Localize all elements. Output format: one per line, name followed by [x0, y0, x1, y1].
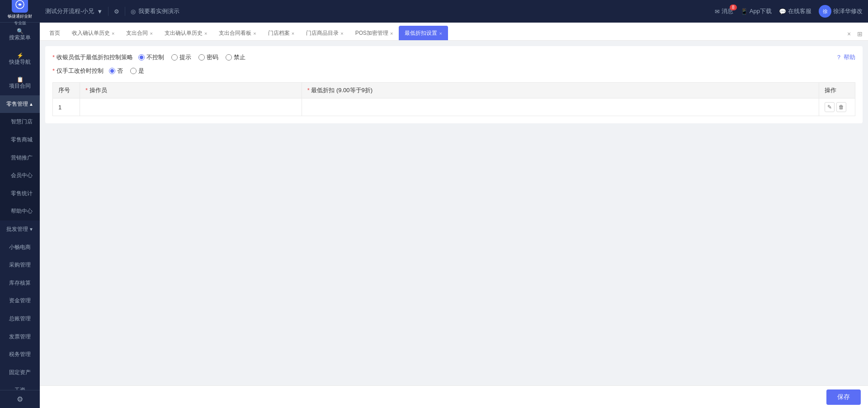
tab-close-icon[interactable]: × — [390, 31, 393, 36]
tab-income-history[interactable]: 收入确认单历史 × — [66, 26, 120, 40]
tab-close-icon[interactable]: × — [204, 31, 207, 36]
sidebar-item-label: 资金管理 — [9, 297, 31, 305]
tabbar-end: × ⊞ — [844, 29, 864, 40]
tab-label: 首页 — [49, 29, 60, 37]
sidebar-item-accounting[interactable]: 总账管理 — [0, 310, 40, 328]
tab-close-icon[interactable]: × — [253, 31, 256, 36]
tab-close-icon[interactable]: × — [150, 31, 152, 36]
sidebar-item-purchase[interactable]: 采购管理 — [0, 256, 40, 274]
radio-yes[interactable]: 是 — [130, 67, 144, 75]
service-icon: 💬 — [779, 8, 786, 15]
save-button[interactable]: 保存 — [826, 389, 861, 405]
cell-min-discount — [302, 98, 819, 116]
app-download-btn[interactable]: 📱 App下载 — [741, 7, 772, 15]
sidebar-item-help[interactable]: 帮助中心 — [0, 202, 40, 220]
sidebar-item-label: 搜索菜单 — [9, 34, 31, 42]
edit-row-btn[interactable]: ✎ — [825, 102, 835, 112]
sidebar-item-inventory[interactable]: 库存核算 — [0, 274, 40, 292]
sidebar-item-online-store[interactable]: 零售商城 — [0, 131, 40, 149]
sidebar-item-tax[interactable]: 税务管理 — [0, 346, 40, 364]
online-service-label: 在线客服 — [788, 7, 811, 15]
online-service-btn[interactable]: 💬 在线客服 — [779, 7, 811, 15]
form-section: 收银员低于最低折扣控制策略 不控制 提示 密码 — [52, 53, 855, 75]
sidebar-item-project[interactable]: 📋 项目合同 — [0, 71, 40, 95]
radio-no-control[interactable]: 不控制 — [138, 53, 164, 61]
tab-close-icon[interactable]: × — [340, 31, 343, 36]
sidebar-item-label: 营销推广 — [11, 155, 33, 162]
sidebar-item-capital[interactable]: 资金管理 — [0, 292, 40, 310]
expand-tabs-btn[interactable]: ⊞ — [855, 29, 864, 38]
sidebar-item-payroll[interactable]: 工资 — [0, 381, 40, 390]
tabbar: 首页 收入确认单历史 × 支出合同 × 支出确认单历史 × 支出合同看板 × 门… — [40, 23, 868, 41]
cashier-policy-label: 收银员低于最低折扣控制策略 — [52, 53, 133, 61]
sidebar-item-invoice[interactable]: 发票管理 — [0, 328, 40, 346]
radio-forbid[interactable]: 禁止 — [226, 53, 245, 61]
settings-btn[interactable]: ⚙ — [114, 8, 119, 15]
sidebar-item-marketing[interactable]: 营销推广 — [0, 149, 40, 167]
sidebar-item-shortcut[interactable]: ⚡ 快捷导航 — [0, 47, 40, 71]
discount-table: 序号 操作员 最低折扣 (9.00等于9折) 操作 1 — [52, 82, 855, 116]
demo-icon: ◎ — [131, 8, 136, 15]
sidebar-item-label: 发票管理 — [9, 333, 31, 341]
close-tab-btn[interactable]: × — [844, 29, 854, 38]
arrow-down-icon: ▼ — [29, 227, 33, 232]
radio-no[interactable]: 否 — [109, 67, 123, 75]
radio-input-no[interactable] — [109, 68, 115, 74]
sidebar-item-label: 智慧门店 — [11, 118, 33, 126]
radio-input-remind[interactable] — [171, 54, 178, 61]
tab-store-catalog[interactable]: 门店商品目录 × — [300, 26, 349, 40]
app-icon: 📱 — [741, 8, 748, 15]
sidebar-item-member[interactable]: 会员中心 — [0, 167, 40, 185]
user-profile[interactable]: 徐 徐泽华修改 — [819, 5, 863, 18]
radio-input-no-control[interactable] — [138, 54, 145, 61]
sidebar-item-fixed-assets[interactable]: 固定资产 — [0, 364, 40, 382]
tab-payment-board[interactable]: 支出合同看板 × — [213, 26, 262, 40]
sidebar-item-ecommerce[interactable]: 小畅电商 — [0, 239, 40, 257]
sidebar-item-retail[interactable]: 零售管理 ▲ — [0, 95, 40, 113]
radio-input-forbid[interactable] — [226, 54, 232, 61]
table-header: 序号 操作员 最低折扣 (9.00等于9折) 操作 — [53, 83, 855, 98]
radio-input-password[interactable] — [198, 54, 205, 61]
sidebar-item-search[interactable]: 🔍 搜索菜单 — [0, 23, 40, 47]
table-body: 1 ✎ 🗑 — [53, 98, 855, 116]
message-btn[interactable]: ✉ 消息 8 — [715, 7, 733, 15]
tab-label: 门店商品目录 — [306, 29, 339, 37]
tab-store-file[interactable]: 门店档案 × — [262, 26, 300, 40]
help-link[interactable]: ？ 帮助 — [836, 53, 855, 61]
sidebar-item-label: 零售统计 — [11, 190, 33, 197]
sidebar-item-retail-stat[interactable]: 零售统计 — [0, 185, 40, 203]
radio-password[interactable]: 密码 — [198, 53, 218, 61]
tab-pos-password[interactable]: POS加密管理 × — [349, 26, 399, 40]
delete-row-btn[interactable]: 🗑 — [836, 102, 846, 112]
tab-close-icon[interactable]: × — [292, 31, 294, 36]
shortcut-icon: ⚡ — [17, 52, 24, 59]
tab-close-icon[interactable]: × — [112, 31, 114, 36]
sidebar-menu: 🔍 搜索菜单 ⚡ 快捷导航 📋 项目合同 零售管理 ▲ 智慧门店 零售商城 营销… — [0, 23, 40, 390]
project-selector[interactable]: 测试分开流程-小兄 ▼ — [45, 7, 103, 15]
help-label: 帮助 — [844, 53, 855, 61]
col-header-min-discount: 最低折扣 (9.00等于9折) — [302, 83, 819, 98]
tab-home[interactable]: 首页 — [43, 26, 66, 40]
radio-remind[interactable]: 提示 — [171, 53, 191, 61]
avatar: 徐 — [819, 5, 831, 18]
sidebar-item-label: 零售管理 — [6, 101, 28, 108]
tab-label: 支出合同看板 — [219, 29, 251, 37]
sidebar-item-label: 总账管理 — [9, 315, 31, 323]
sidebar-item-smart-store[interactable]: 智慧门店 — [0, 113, 40, 131]
tab-payment-history[interactable]: 支出确认单历史 × — [159, 26, 213, 40]
sidebar-item-label: 库存核算 — [9, 280, 31, 287]
sidebar-item-label: 工资 — [14, 387, 25, 390]
tab-payment-contract[interactable]: 支出合同 × — [120, 26, 158, 40]
tab-close-icon[interactable]: × — [439, 31, 442, 36]
help-icon: ？ — [836, 53, 842, 61]
tab-min-discount[interactable]: 最低折扣设置 × — [399, 26, 448, 40]
demo-link[interactable]: ◎ 我要看实例演示 — [131, 7, 179, 15]
dropdown-icon: ▼ — [97, 8, 103, 15]
tab-label: 支出合同 — [126, 29, 148, 37]
radio-input-yes[interactable] — [130, 68, 137, 74]
sidebar-item-label: 批发管理 — [6, 226, 28, 233]
radio-label-yes: 是 — [138, 67, 144, 75]
sidebar-item-label: 快捷导航 — [9, 59, 31, 66]
sidebar-item-wholesale[interactable]: 批发管理 ▼ — [0, 220, 40, 239]
settings-icon[interactable]: ⚙ — [17, 395, 23, 403]
